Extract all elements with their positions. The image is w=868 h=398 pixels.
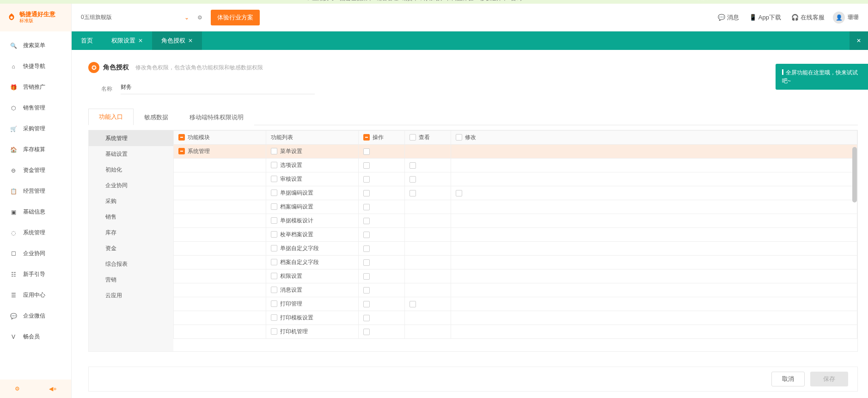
- close-icon[interactable]: ✕: [188, 37, 193, 44]
- sidebar-item-search[interactable]: 🔍搜索菜单: [0, 35, 71, 56]
- sidebar-item-wechat[interactable]: 💬企业微信: [0, 306, 71, 326]
- row-list-checkbox[interactable]: [271, 190, 277, 196]
- user-avatar[interactable]: 👤: [833, 12, 845, 24]
- row-op-checkbox[interactable]: [363, 176, 370, 183]
- category-item[interactable]: 采购: [89, 193, 173, 209]
- sidebar-item-stock[interactable]: 🏠库存核算: [0, 139, 71, 160]
- sidebar-item-label: 经营管理: [23, 187, 45, 195]
- row-edit-checkbox[interactable]: [456, 190, 462, 196]
- category-sidebar: 系统管理基础设置初始化企业协同采购销售库存资金综合报表营销云应用: [89, 130, 173, 351]
- category-item[interactable]: 资金: [89, 240, 173, 256]
- row-list-checkbox[interactable]: [271, 328, 277, 335]
- org-settings-icon[interactable]: ⚙: [197, 14, 202, 21]
- experience-plan-button[interactable]: 体验行业方案: [211, 10, 260, 25]
- collapse-icon[interactable]: ◀»: [49, 386, 56, 392]
- settings-gear-icon[interactable]: ⚙: [15, 386, 20, 392]
- sidebar-item-app[interactable]: ☰应用中心: [0, 285, 71, 306]
- row-op-checkbox[interactable]: [363, 315, 370, 321]
- user-name: 珊珊: [848, 13, 859, 21]
- sidebar-item-home[interactable]: ⌂快捷导航: [0, 56, 71, 77]
- row-op-checkbox[interactable]: [363, 204, 370, 210]
- row-op-checkbox[interactable]: [363, 259, 370, 266]
- row-list-checkbox[interactable]: [271, 203, 277, 210]
- header-module-checkbox[interactable]: [178, 134, 185, 141]
- category-item[interactable]: 云应用: [89, 288, 173, 303]
- row-op-checkbox[interactable]: [363, 218, 370, 224]
- sidebar-item-coop[interactable]: ☐企业协同: [0, 243, 71, 264]
- row-view-checkbox[interactable]: [410, 162, 416, 169]
- sidebar-item-guide[interactable]: ☷新手引导: [0, 264, 71, 285]
- row-view-checkbox[interactable]: [410, 176, 416, 183]
- sidebar-item-cart[interactable]: 🛒采购管理: [0, 118, 71, 139]
- row-view-checkbox[interactable]: [410, 301, 416, 307]
- shield-icon: ✪: [88, 62, 99, 73]
- sidebar-item-label: 新手引导: [23, 270, 45, 278]
- category-item[interactable]: 初始化: [89, 162, 173, 178]
- row-list-checkbox[interactable]: [271, 287, 277, 293]
- sidebar-item-money[interactable]: ⊖资金管理: [0, 160, 71, 181]
- sidebar-item-report[interactable]: 📋经营管理: [0, 181, 71, 202]
- row-op-checkbox[interactable]: [363, 273, 370, 280]
- row-op-checkbox[interactable]: [363, 245, 370, 252]
- table-row: 单据模板设计: [174, 214, 857, 228]
- category-item[interactable]: 库存: [89, 225, 173, 240]
- row-list-checkbox[interactable]: [271, 231, 277, 238]
- row-view-checkbox[interactable]: [410, 190, 416, 196]
- sidebar-item-vip[interactable]: V畅会员: [0, 326, 71, 347]
- home-icon: ⌂: [9, 63, 18, 70]
- row-list-checkbox[interactable]: [271, 314, 277, 321]
- row-op-checkbox[interactable]: [363, 232, 370, 238]
- scrollbar-thumb[interactable]: [852, 147, 857, 202]
- sidebar-item-sys[interactable]: ◌系统管理: [0, 222, 71, 243]
- row-op-checkbox[interactable]: [363, 148, 370, 155]
- row-op-checkbox[interactable]: [363, 162, 370, 169]
- row-op-checkbox[interactable]: [363, 301, 370, 307]
- row-list-checkbox[interactable]: [271, 259, 277, 265]
- subtab-功能入口[interactable]: 功能入口: [88, 109, 134, 125]
- category-item[interactable]: 综合报表: [89, 256, 173, 272]
- sidebar-item-gift[interactable]: 🎁营销推广: [0, 77, 71, 98]
- close-icon[interactable]: ✕: [138, 37, 143, 44]
- category-item[interactable]: 销售: [89, 209, 173, 225]
- row-list-checkbox[interactable]: [271, 300, 277, 307]
- row-op-checkbox[interactable]: [363, 190, 370, 196]
- header-edit-checkbox[interactable]: [456, 134, 462, 141]
- sidebar-item-base[interactable]: ▣基础信息: [0, 202, 71, 222]
- category-item[interactable]: 企业协同: [89, 178, 173, 193]
- subtab-移动端特殊权限说明[interactable]: 移动端特殊权限说明: [179, 109, 254, 125]
- top-toolbar: 0五组旗舰版 ⌄ ⚙ 体验行业方案 💬消息 📱App下载 🎧在线客服 👤 珊珊: [72, 4, 868, 31]
- row-list-checkbox[interactable]: [271, 245, 277, 251]
- module-checkbox[interactable]: [178, 148, 185, 154]
- search-icon: 🔍: [9, 43, 18, 49]
- row-list-checkbox[interactable]: [271, 176, 277, 182]
- row-list-checkbox[interactable]: [271, 162, 277, 168]
- row-op-checkbox[interactable]: [363, 287, 370, 294]
- row-list-checkbox[interactable]: [271, 148, 277, 154]
- org-selector[interactable]: 0五组旗舰版 ⌄: [77, 10, 193, 25]
- category-item[interactable]: 基础设置: [89, 146, 173, 162]
- subtab-敏感数据[interactable]: 敏感数据: [134, 109, 179, 125]
- support-button[interactable]: 🎧在线客服: [791, 13, 825, 22]
- fullscreen-tip-toast[interactable]: 全屏功能在这里哦，快来试试吧~: [776, 64, 868, 90]
- messages-button[interactable]: 💬消息: [718, 13, 739, 22]
- brand[interactable]: 畅捷通好生意 标准版: [0, 4, 71, 31]
- stock-icon: 🏠: [9, 147, 18, 153]
- page-tabstrip: 首页权限设置✕角色授权✕ ✕: [72, 31, 868, 50]
- tab-权限设置[interactable]: 权限设置✕: [102, 31, 152, 50]
- header-view-checkbox[interactable]: [410, 134, 416, 141]
- app-download-button[interactable]: 📱App下载: [749, 13, 781, 22]
- row-list-checkbox[interactable]: [271, 273, 277, 279]
- category-item[interactable]: 营销: [89, 272, 173, 288]
- cancel-button[interactable]: 取消: [771, 372, 805, 386]
- table-row: 打印管理: [174, 297, 857, 311]
- tab-首页[interactable]: 首页: [72, 31, 102, 50]
- table-row: 权限设置: [174, 269, 857, 283]
- left-sidebar: 畅捷通好生意 标准版 🔍搜索菜单⌂快捷导航🎁营销推广⬡销售管理🛒采购管理🏠库存核…: [0, 4, 72, 398]
- row-list-checkbox[interactable]: [271, 217, 277, 224]
- close-all-tabs-button[interactable]: ✕: [850, 31, 868, 50]
- sidebar-item-sale[interactable]: ⬡销售管理: [0, 98, 71, 118]
- category-item[interactable]: 系统管理: [89, 130, 173, 146]
- header-op-checkbox[interactable]: [363, 134, 370, 141]
- row-op-checkbox[interactable]: [363, 329, 370, 335]
- tab-角色授权[interactable]: 角色授权✕: [152, 31, 202, 50]
